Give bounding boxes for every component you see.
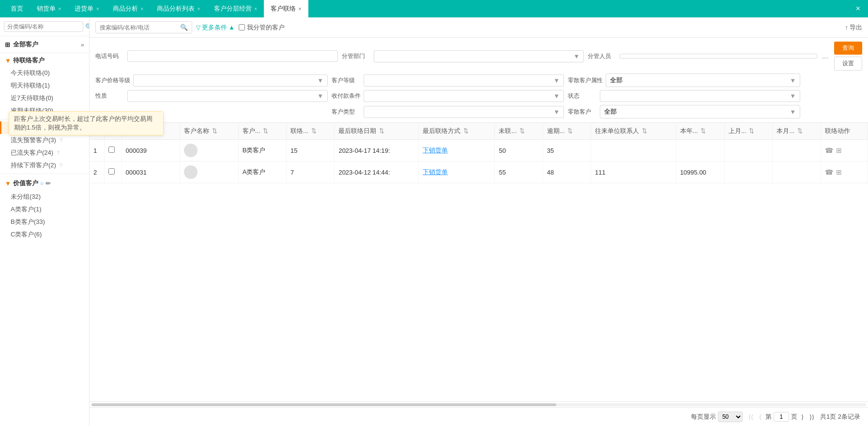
sidebar-item-ungroup[interactable]: 未分组(32) bbox=[0, 191, 89, 203]
close-product-analysis-icon[interactable]: × bbox=[140, 6, 143, 12]
filter-person: 分管人员 ... bbox=[588, 52, 830, 60]
last-method-link-2[interactable]: 下销货单 bbox=[423, 168, 448, 176]
td-uncontacted-2: 55 bbox=[495, 162, 543, 183]
th-overdue-sort[interactable]: ⇅ bbox=[567, 127, 573, 134]
more-conditions-button[interactable]: ▽ 更多条件 ▲ bbox=[196, 23, 235, 32]
nav-product-analysis[interactable]: 商品分析 × bbox=[106, 0, 150, 17]
th-uncontacted: 未联... ⇅ bbox=[495, 123, 543, 140]
th-action-label: 联络动作 bbox=[825, 127, 850, 134]
customer-type-select[interactable]: ▼ bbox=[364, 106, 564, 118]
value-customer-edit-icon[interactable]: ✏ bbox=[46, 180, 51, 187]
sidebar-item-tomorrow[interactable]: 明天待联络(1) bbox=[0, 79, 89, 92]
page-input[interactable] bbox=[774, 412, 789, 422]
nav-product-analysis-label: 商品分析 bbox=[113, 4, 138, 13]
page-last-button[interactable]: ⟩⟩ bbox=[807, 412, 816, 422]
sidebar-item-classA[interactable]: A类客户(1) bbox=[0, 203, 89, 216]
sidebar-item-classC[interactable]: C类客户(6) bbox=[0, 228, 89, 241]
th-this-year-sort[interactable]: ⇅ bbox=[700, 127, 706, 134]
retail-attr-select[interactable]: 全部▼ bbox=[606, 73, 800, 87]
sidebar-search-input[interactable] bbox=[4, 21, 83, 32]
td-contacts-2: 111 bbox=[591, 162, 676, 183]
th-last-date-sort[interactable]: ⇅ bbox=[379, 127, 384, 134]
settings-button[interactable]: 设置 bbox=[834, 57, 862, 71]
td-last-method-1: 下销货单 bbox=[419, 140, 495, 162]
per-page-select[interactable]: 50 20 100 bbox=[718, 411, 743, 422]
value-customer-label: 价值客户 bbox=[13, 179, 38, 188]
nav-customer-contact[interactable]: 客户联络 × bbox=[264, 0, 308, 17]
action-contact-icon-1[interactable]: ☎ bbox=[825, 147, 833, 154]
status-select[interactable]: ▼ bbox=[600, 90, 800, 102]
close-customer-contact-icon[interactable]: × bbox=[298, 6, 301, 12]
query-button[interactable]: 查询 bbox=[834, 42, 862, 55]
gender-select[interactable]: ▼ bbox=[127, 90, 328, 102]
page-prev-button[interactable]: ⟨ bbox=[757, 412, 763, 422]
dept-select[interactable]: ▼ bbox=[374, 50, 584, 62]
action-grid-icon-1[interactable]: ⊞ bbox=[836, 147, 842, 154]
sidebar-all-customers[interactable]: ⊞ 全部客户 » bbox=[0, 36, 89, 53]
row1-checkbox[interactable] bbox=[108, 147, 115, 153]
th-contacts: 往来单位联系人 ⇅ bbox=[591, 123, 676, 140]
close-product-list-icon[interactable]: × bbox=[197, 6, 200, 12]
close-purchase-icon[interactable]: × bbox=[96, 6, 99, 12]
export-button[interactable]: ↑ 导出 bbox=[845, 23, 863, 32]
sidebar-item-today[interactable]: 今天待联络(0) bbox=[0, 67, 89, 79]
scroll-thumb[interactable] bbox=[91, 403, 556, 406]
scroll-track[interactable] bbox=[91, 403, 866, 406]
last-method-link-1[interactable]: 下销货单 bbox=[423, 147, 448, 154]
price-level-select[interactable]: ▼ bbox=[133, 74, 328, 87]
th-overdue: 逾期... ⇅ bbox=[543, 123, 591, 140]
customer-table-wrapper: ⚙ 客户编码 ⇅ 客户名称 ⇅ bbox=[90, 123, 868, 401]
close-sales-icon[interactable]: × bbox=[58, 6, 61, 12]
th-this-month-sort[interactable]: ⇅ bbox=[797, 127, 803, 134]
close-customer-segment-icon[interactable]: × bbox=[254, 6, 257, 12]
th-name-sort[interactable]: ⇅ bbox=[212, 127, 217, 134]
nav-purchase-order[interactable]: 进货单 × bbox=[68, 0, 106, 17]
advanced-filters: 电话号码 分管部门 ▼ 分管人员 ... 查询 bbox=[90, 38, 868, 123]
export-label: 导出 bbox=[850, 23, 862, 32]
window-close-button[interactable]: × bbox=[852, 4, 864, 13]
th-level-sort[interactable]: ⇅ bbox=[263, 127, 268, 134]
th-last-contact-date: 最后联络日期 ⇅ bbox=[335, 123, 419, 140]
th-this-month-label: 本月... bbox=[777, 127, 794, 134]
page-first-button[interactable]: ⟨⟨ bbox=[746, 412, 755, 422]
action-contact-icon-2[interactable]: ☎ bbox=[825, 168, 833, 176]
th-last-method-sort[interactable]: ⇅ bbox=[463, 127, 469, 134]
th-contact-sort[interactable]: ⇅ bbox=[311, 127, 317, 134]
th-uncontacted-sort[interactable]: ⇅ bbox=[519, 127, 525, 134]
th-last-contact-method: 最后联络方式 ⇅ bbox=[419, 123, 495, 140]
sidebar-item-classB[interactable]: B类客户(33) bbox=[0, 216, 89, 228]
main-search-icon[interactable]: 🔍 bbox=[180, 24, 188, 31]
nav-sales-order[interactable]: 销货单 × bbox=[30, 0, 68, 17]
action-grid-icon-2[interactable]: ⊞ bbox=[836, 168, 842, 176]
payment-select[interactable]: ▼ bbox=[364, 90, 564, 102]
row2-checkbox[interactable] bbox=[108, 168, 115, 175]
sidebar-item-declining[interactable]: 持续下滑客户(2) ? bbox=[0, 159, 89, 172]
page-label: 第 bbox=[765, 412, 772, 421]
person-select[interactable] bbox=[620, 54, 817, 59]
my-customers-checkbox[interactable] bbox=[239, 24, 245, 30]
status-label: 状态 bbox=[568, 92, 597, 100]
person-dots-btn[interactable]: ... bbox=[820, 52, 830, 60]
sidebar-item-lost[interactable]: 已流失客户(24) ? bbox=[0, 147, 89, 159]
sidebar-item-7days[interactable]: 近7天待联络(0) bbox=[0, 92, 89, 104]
sidebar-collapse-icon[interactable]: » bbox=[81, 41, 84, 48]
th-contacts-sort[interactable]: ⇅ bbox=[642, 127, 647, 134]
nav-home[interactable]: 首页 bbox=[4, 0, 30, 17]
filter-retail-attr: 零散客户属性 全部▼ bbox=[568, 73, 800, 87]
main-search-box: 🔍 bbox=[95, 21, 192, 33]
nav-product-list[interactable]: 商品分析列表 × bbox=[150, 0, 207, 17]
retail-customer-select[interactable]: 全部▼ bbox=[600, 105, 800, 118]
td-last-date-2: 2023-04-12 14:44: bbox=[335, 162, 419, 183]
td-checkbox-1 bbox=[104, 140, 122, 162]
filter-status: 状态 ▼ bbox=[568, 90, 800, 102]
th-last-month-sort[interactable]: ⇅ bbox=[749, 127, 754, 134]
sidebar-search-icon[interactable]: 🔍 bbox=[85, 23, 90, 30]
td-no-1: 1 bbox=[90, 140, 104, 162]
main-search-input[interactable] bbox=[100, 24, 180, 31]
customer-level-select[interactable]: ▼ bbox=[364, 74, 564, 87]
nav-customer-segment[interactable]: 客户分层经营 × bbox=[207, 0, 264, 17]
page-next-button[interactable]: ⟩ bbox=[799, 412, 806, 422]
sidebar-item-lost-warning[interactable]: 流失预警客户(3) ? bbox=[0, 134, 89, 147]
phone-input[interactable] bbox=[127, 50, 338, 62]
horizontal-scrollbar[interactable] bbox=[90, 401, 868, 407]
